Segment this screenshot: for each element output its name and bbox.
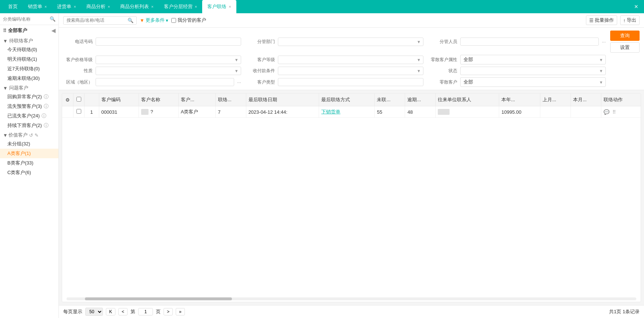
nav-customer-tier[interactable]: 客户分层经营 × <box>159 0 202 13</box>
first-page-button[interactable]: K <box>106 308 115 315</box>
top-navigation: 首页 销货单 × 进货单 × 商品分析 × 商品分析列表 × 客户分层经营 × … <box>0 0 644 13</box>
retail-attr-select[interactable]: 全部 ▾ <box>460 55 606 64</box>
problem-customers-group[interactable]: ▼ 问题客户 <box>0 83 58 92</box>
close-purchase-order[interactable]: × <box>74 4 76 9</box>
expand-icon: ▼ <box>3 38 8 44</box>
col-overdue: 逾期... <box>405 93 436 106</box>
more-filter-button[interactable]: ▼ 更多条件 ▾ <box>140 17 168 24</box>
check-all-input[interactable] <box>76 97 81 102</box>
edit-icon[interactable]: ✎ <box>35 132 39 138</box>
price-grade-select[interactable]: ▾ <box>96 56 241 64</box>
nav-product-analysis[interactable]: 商品分析 × <box>81 0 115 13</box>
col-check-all[interactable] <box>73 93 84 106</box>
sidebar-item-c-class[interactable]: C类客户(6) <box>0 168 58 177</box>
sidebar-search-input[interactable] <box>3 17 50 22</box>
customer-grade-select[interactable]: ▾ <box>278 56 423 64</box>
payment-select[interactable]: ▾ <box>278 67 423 75</box>
row-check[interactable] <box>73 106 84 118</box>
info-icon-3: ⓘ <box>42 113 46 119</box>
query-button[interactable]: 查询 <box>610 31 640 41</box>
horizontal-scrollbar[interactable] <box>67 297 636 300</box>
close-product-analysis-list[interactable]: × <box>151 4 153 9</box>
row-last-month <box>540 106 571 118</box>
last-page-button[interactable]: » <box>176 308 185 315</box>
filter-region: 区域（地区） ··· <box>63 78 246 86</box>
row-company-contact <box>436 106 499 118</box>
more-action-icon[interactable]: ⠿ <box>612 109 616 115</box>
pagination: 每页显示 50 K < 第 页 > » 共1页 1条记录 <box>59 305 644 318</box>
nav-home[interactable]: 首页 <box>3 0 23 13</box>
phone-input[interactable] <box>96 38 241 46</box>
scrollbar-thumb[interactable] <box>85 297 232 300</box>
filter-icon: ▼ <box>140 18 144 23</box>
nav-sales-order[interactable]: 销货单 × <box>23 0 52 13</box>
nav-customer-contact[interactable]: 客户联络 × <box>202 0 236 13</box>
row-this-month <box>571 106 601 118</box>
row-index: 1 <box>84 106 99 118</box>
sidebar-item-repurchase-abnormal[interactable]: 回购异常客户(2) ⓘ <box>0 92 58 102</box>
retail-customer-select[interactable]: 全部 ▾ <box>460 77 606 87</box>
grid-icon: ⠿ <box>3 28 7 33</box>
nav-purchase-order[interactable]: 进货单 × <box>52 0 81 13</box>
sidebar-search-area: 🔍 <box>0 13 58 25</box>
close-all-tabs[interactable]: × <box>631 3 641 11</box>
nature-select[interactable]: ▾ <box>96 67 241 75</box>
close-customer-tier[interactable]: × <box>195 4 197 9</box>
close-sales-order[interactable]: × <box>44 4 47 9</box>
filter-customer-grade: 客户等级 ▾ <box>246 56 428 64</box>
sidebar-item-overdue[interactable]: 逾期未联络(30) <box>0 74 58 83</box>
manager-dots-btn[interactable]: ··· <box>602 39 606 45</box>
search-icon[interactable]: 🔍 <box>128 18 133 23</box>
sidebar-collapse-button[interactable]: ◀ <box>51 28 56 33</box>
col-last-date: 最后联络日期 <box>246 93 319 106</box>
status-select[interactable]: ▾ <box>460 67 606 75</box>
export-button[interactable]: ↑ 导出 <box>620 15 640 25</box>
region-input[interactable] <box>96 78 234 86</box>
info-icon-2: ⓘ <box>44 103 49 109</box>
page-size-select[interactable]: 50 <box>85 308 103 316</box>
row-last-method[interactable]: 下销货单 <box>319 106 375 118</box>
customer-type-input[interactable] <box>278 78 423 86</box>
settings-button[interactable]: 设置 <box>610 42 640 53</box>
sidebar-item-churned[interactable]: 已流失客户(24) ⓘ <box>0 111 58 121</box>
price-caret: ▾ <box>235 57 238 63</box>
prev-page-button[interactable]: < <box>118 308 128 315</box>
page-number-input[interactable] <box>138 308 153 315</box>
sidebar-item-a-class[interactable]: A类客户(1) <box>0 149 58 158</box>
my-customers-checkbox[interactable]: 我分管的客户 <box>171 17 206 24</box>
page-size-label: 每页显示 <box>63 308 82 315</box>
contact-icon[interactable]: 💬 <box>604 109 609 115</box>
my-customers-check-input[interactable] <box>171 18 176 23</box>
sidebar-item-today[interactable]: 今天待联络(0) <box>0 45 58 54</box>
filter-row-4: 区域（地区） ··· 客户类型 零散客户 全部 ▾ <box>63 77 640 87</box>
pending-contact-group[interactable]: ▼ 待联络客户 <box>0 36 58 45</box>
filter-status: 状态 ▾ <box>428 67 610 75</box>
filter-price-grade: 客户价格等级 ▾ <box>63 56 246 64</box>
col-customer-name: 客户名称 <box>139 93 178 106</box>
close-product-analysis[interactable]: × <box>108 4 110 9</box>
dept-select[interactable]: ▾ <box>278 38 423 46</box>
sidebar-item-b-class[interactable]: B类客户(33) <box>0 158 58 168</box>
sidebar-item-7days[interactable]: 近7天待联络(0) <box>0 64 58 74</box>
batch-operation-button[interactable]: ☰ 批量操作 <box>586 15 617 25</box>
nav-product-analysis-list[interactable]: 商品分析列表 × <box>115 0 158 13</box>
region-dots-btn[interactable]: ··· <box>237 80 241 85</box>
refresh-icon[interactable]: ↺ <box>29 132 33 138</box>
all-customers-header[interactable]: ⠿ 全部客户 ◀ <box>0 25 58 36</box>
close-customer-contact[interactable]: × <box>229 4 231 9</box>
col-setting[interactable]: ⚙ <box>62 93 73 106</box>
search-input[interactable] <box>67 18 128 23</box>
filter-retail-attr: 零散客户属性 全部 ▾ <box>428 55 610 64</box>
sidebar-item-churn-warning[interactable]: 流失预警客户(3) ⓘ <box>0 102 58 111</box>
sidebar-item-tomorrow[interactable]: 明天待联络(1) <box>0 54 58 64</box>
manager-input[interactable] <box>460 38 599 46</box>
filter-customer-type: 客户类型 <box>246 78 428 86</box>
sidebar-search-icon[interactable]: 🔍 <box>50 16 56 22</box>
next-page-button[interactable]: > <box>164 308 173 315</box>
sidebar-item-ungrouped[interactable]: 未分组(32) <box>0 139 58 149</box>
row-check-input[interactable] <box>76 109 81 114</box>
main-layout: 🔍 ⠿ 全部客户 ◀ ▼ 待联络客户 今天待联络(0) 明天待联络(1) 近7天… <box>0 13 644 318</box>
row-not-contact: 55 <box>375 106 405 118</box>
sidebar-item-declining[interactable]: 持续下滑客户(2) ⓘ <box>0 121 58 130</box>
col-index-header <box>84 93 99 106</box>
